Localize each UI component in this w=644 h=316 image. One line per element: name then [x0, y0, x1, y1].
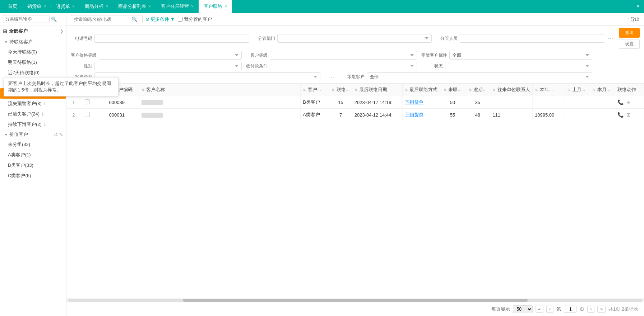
customer-type-select[interactable] — [94, 72, 320, 81]
cell-year-2: 10995.00 — [533, 109, 565, 121]
page-label: 第 — [556, 306, 561, 312]
phone-input[interactable] — [94, 34, 249, 43]
my-customers-checkbox[interactable] — [178, 17, 182, 22]
sidebar-item-7days[interactable]: 近7天待联络(0) — [0, 68, 66, 78]
nav-sales[interactable]: 销货单 × — [22, 0, 51, 13]
horizontal-scrollbar[interactable] — [66, 298, 644, 302]
my-customers-check[interactable]: 我分管的客户 — [178, 16, 212, 23]
sidebar-item-tomorrow[interactable]: 明天待联络(1) — [0, 57, 66, 68]
sidebar-item-b-class[interactable]: B类客户(33) — [0, 160, 66, 171]
sidebar-all-customers[interactable]: ⊞ 全部客户 ❯ — [0, 25, 66, 37]
sidebar-pending-group[interactable]: ▼ 待联络客户 — [0, 37, 66, 47]
sidebar-item-declining[interactable]: 持续下滑客户(2) ℹ — [0, 119, 66, 130]
col-header-date[interactable]: ⇅ 最后联络日期 — [352, 84, 402, 96]
main-search-icon[interactable]: 🔍 — [131, 16, 137, 22]
sidebar-item-ungroupe[interactable]: 未分组(32) — [0, 140, 66, 150]
price-grade-select[interactable] — [99, 51, 242, 60]
nav-purchase[interactable]: 进货单 × — [51, 0, 80, 13]
retail-attr-select[interactable]: 全部 — [449, 51, 592, 60]
row4-dots[interactable]: ··· — [328, 73, 336, 81]
more-conditions-btn[interactable]: ⊘ 更多条件 ▼ — [145, 16, 175, 23]
sort-dots-partner-icon: ⇅ — [492, 88, 495, 92]
search-input-wrap: 🔍 — [71, 15, 143, 23]
dept-select[interactable] — [277, 34, 432, 43]
col-header-last-month[interactable]: ⇅ 上月... — [565, 84, 590, 96]
col-header-type[interactable]: ⇅ 客户... — [301, 84, 329, 96]
collapse-arrow-icon: ❯ — [60, 29, 63, 34]
col-header-unlinkd[interactable]: ⇅ 未联... — [440, 84, 465, 96]
payment-select[interactable] — [270, 62, 417, 70]
table-area[interactable]: ⚙ ⇅ 客户编码 ⇅ 客户名称 ⇅ 客户... — [66, 84, 644, 298]
col-header-this-month[interactable]: ⇅ 本月... — [590, 84, 615, 96]
col-header-overdue[interactable]: ⇅ 逾期... — [465, 84, 490, 96]
next-page-btn[interactable]: › — [587, 306, 594, 313]
row2-checkbox[interactable] — [85, 112, 90, 117]
col-header-this-year[interactable]: ⇅ 本年... — [533, 84, 565, 96]
nav-customer-segment-close[interactable]: × — [191, 4, 194, 9]
phone-action-icon-2[interactable]: 📞 — [617, 112, 624, 118]
nav-customer-contact[interactable]: 客户联络 × — [199, 0, 232, 13]
sort-dots-type-icon: ⇅ — [303, 88, 306, 92]
more-action-icon-1[interactable]: ⊞ — [626, 99, 631, 105]
nav-analysis[interactable]: 商品分析 × — [80, 0, 113, 13]
gender-field: 性别 — [71, 62, 242, 70]
export-button[interactable]: ↑ 导出 — [627, 16, 640, 23]
refresh-icon[interactable]: ↺ — [54, 132, 58, 137]
scrollbar-thumb[interactable] — [183, 299, 528, 302]
phone-action-icon-1[interactable]: 📞 — [617, 99, 624, 105]
cell-method-2[interactable]: 下销货单 — [402, 109, 440, 121]
filter-row-4: 客户类型 ··· 零散客户 全部 — [71, 72, 640, 81]
sidebar-item-a-class[interactable]: A类客户(1) — [0, 150, 66, 160]
filter-actions: 查询 设置 — [619, 28, 640, 49]
sidebar-item-lost-preview[interactable]: 流失预警客户(3) ℹ — [0, 99, 66, 109]
main-search-input[interactable] — [74, 17, 131, 22]
nav-customer-segment[interactable]: 客户分层经营 × — [156, 0, 199, 13]
nav-sales-close[interactable]: × — [43, 4, 46, 9]
col-header-name[interactable]: ⇅ 客户名称 — [139, 84, 301, 96]
row1-checkbox[interactable] — [85, 99, 90, 104]
col-header-partner[interactable]: ⇅ 往来单位联系人 — [490, 84, 533, 96]
nav-purchase-close[interactable]: × — [72, 4, 75, 9]
scrollbar-track[interactable] — [68, 299, 643, 302]
nav-home[interactable]: 首页 — [3, 0, 22, 13]
nav-analysis-list[interactable]: 商品分析列表 × — [113, 0, 156, 13]
query-button[interactable]: 查询 — [619, 28, 640, 38]
grid-icon: ⊞ — [3, 28, 7, 34]
sidebar-item-c-class[interactable]: C类客户(6) — [0, 171, 66, 181]
col-header-method[interactable]: ⇅ 最后联络方式 — [402, 84, 440, 96]
action-icons-1: 📞 ⊞ — [617, 99, 641, 105]
sidebar-search-input[interactable] — [3, 15, 50, 23]
person-input[interactable] — [460, 34, 604, 43]
col-header-contact[interactable]: ⇅ 联络... — [329, 84, 352, 96]
cell-check-2[interactable] — [81, 109, 94, 121]
first-page-btn[interactable]: « — [536, 306, 544, 313]
nav-analysis-close[interactable]: × — [106, 4, 108, 9]
person-field-dots[interactable]: ··· — [606, 35, 615, 42]
more-action-icon-2[interactable]: ⊞ — [626, 112, 631, 118]
cell-check-1[interactable] — [81, 96, 94, 109]
table-header-row: ⚙ ⇅ 客户编码 ⇅ 客户名称 ⇅ 客户... — [66, 84, 644, 96]
gender-select[interactable] — [94, 62, 242, 70]
window-close-button[interactable]: × — [636, 3, 640, 10]
settings-button[interactable]: 设置 — [619, 39, 640, 49]
sort-dots-contact-icon: ⇅ — [332, 88, 334, 92]
per-page-label: 每页显示 — [491, 306, 510, 312]
page-number-input[interactable] — [564, 306, 577, 313]
sidebar-search-icon[interactable]: 🔍 — [51, 16, 57, 22]
method-link-2[interactable]: 下销货单 — [405, 112, 423, 117]
sidebar-value-group[interactable]: ▼ 价值客户 ↺ ✎ — [0, 129, 66, 140]
nav-customer-contact-close[interactable]: × — [224, 4, 227, 9]
sidebar-item-today[interactable]: 今天待联络(0) — [0, 47, 66, 57]
status-select[interactable] — [445, 62, 592, 70]
last-page-btn[interactable]: » — [597, 306, 606, 313]
edit-icon[interactable]: ✎ — [59, 132, 63, 137]
sidebar-item-lost[interactable]: 已流失客户(24) ℹ — [0, 109, 66, 119]
cell-name-2 — [139, 109, 301, 121]
per-page-select[interactable]: 102050100 — [513, 305, 533, 313]
method-link-1[interactable]: 下销货单 — [405, 99, 423, 105]
customer-grade-select[interactable] — [270, 51, 417, 60]
prev-page-btn[interactable]: ‹ — [546, 306, 553, 313]
nav-analysis-list-close[interactable]: × — [148, 4, 151, 9]
retail-customer-select[interactable]: 全部 — [367, 72, 593, 81]
cell-method-1[interactable]: 下销货单 — [402, 96, 440, 109]
